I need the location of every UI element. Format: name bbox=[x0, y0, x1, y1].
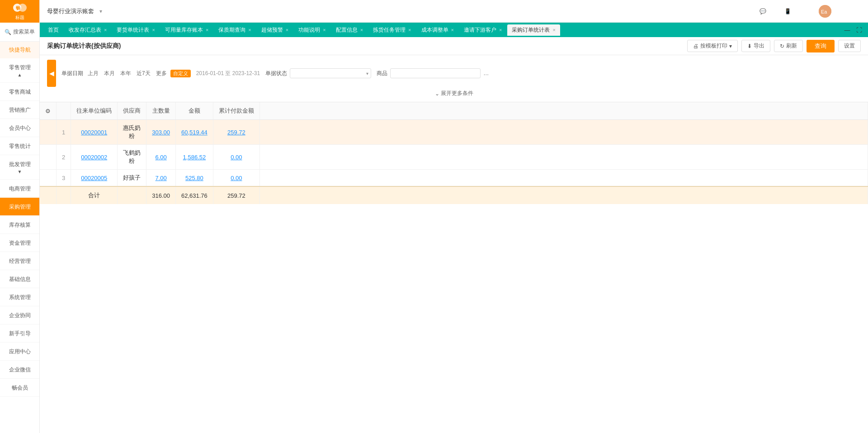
row-settings-cell bbox=[40, 120, 57, 145]
sidebar-nav-item-enterprise-collab[interactable]: 企业协同 bbox=[0, 306, 39, 324]
th-settings: ⚙ bbox=[40, 102, 57, 120]
quick-nav-button[interactable]: 快捷导航 bbox=[0, 42, 39, 58]
tab-close-icon[interactable]: × bbox=[360, 27, 363, 33]
tab-close-icon[interactable]: × bbox=[499, 27, 502, 33]
footer-label-cell: 合计 bbox=[71, 186, 118, 204]
goods-input[interactable] bbox=[390, 68, 481, 78]
date-btn-last-month[interactable]: 上月 bbox=[86, 69, 100, 78]
sidebar-nav-item-retail-stats[interactable]: 零售统计 bbox=[0, 137, 39, 155]
search-menu-button[interactable]: 🔍 搜索菜单 bbox=[3, 26, 37, 38]
date-btn-more[interactable]: 更多 bbox=[154, 69, 169, 78]
sidebar-nav-item-inventory[interactable]: 库存核算 bbox=[0, 216, 39, 234]
print-button[interactable]: 🖨 按模板打印 ▾ bbox=[687, 40, 738, 52]
maximize-button[interactable]: ⛶ bbox=[854, 24, 864, 35]
tab-picking-task[interactable]: 拣货任务管理 × bbox=[368, 24, 415, 36]
amount-cell[interactable]: 60,519.44 bbox=[176, 120, 213, 145]
date-btn-7days[interactable]: 近7天 bbox=[135, 69, 152, 78]
sidebar-nav-item-new-guide[interactable]: 新手引导 bbox=[0, 324, 39, 343]
date-btn-this-year[interactable]: 本年 bbox=[118, 69, 133, 78]
tab-overstock[interactable]: 超储预警 × bbox=[257, 24, 293, 36]
page-header-bar: 采购订单统计表(按供应商) 🖨 按模板打印 ▾ ⬇ 导出 ↻ 刷新 查询 设置 bbox=[40, 37, 868, 55]
avatar[interactable]: Ea bbox=[819, 5, 831, 18]
main-qty-cell[interactable]: 303.00 bbox=[146, 120, 176, 145]
extra-cell bbox=[259, 170, 868, 187]
data-table: ⚙ 往来单位编码 供应商 主数量 金额 累计付款金额 1 00020001 惠氏… bbox=[40, 102, 868, 204]
tab-close-icon[interactable]: × bbox=[206, 27, 208, 33]
settings-button[interactable]: 设置 bbox=[838, 40, 861, 52]
supplier-code-cell[interactable]: 00020001 bbox=[71, 120, 118, 145]
tab-inventory-ledger[interactable]: 可用量库存账本 × bbox=[160, 24, 213, 36]
print-icon: 🖨 bbox=[693, 43, 698, 49]
tab-goods-stats[interactable]: 要货单统计表 × bbox=[112, 24, 159, 36]
amount-cell[interactable]: 1,586.52 bbox=[176, 145, 213, 170]
sidebar-nav-item-basic-info[interactable]: 基础信息 bbox=[0, 270, 39, 288]
sidebar-nav-item-retail-mgmt[interactable]: 零售管理 ▲ bbox=[0, 58, 39, 83]
tab-close-icon[interactable]: × bbox=[408, 27, 411, 33]
collapse-filter-button[interactable]: ◀ bbox=[47, 60, 56, 87]
message-button[interactable]: 💬 消息 bbox=[760, 7, 779, 15]
sidebar-logo: 畅 标题 bbox=[0, 0, 39, 23]
paid-amount-cell[interactable]: 0.00 bbox=[213, 170, 259, 187]
tab-function-desc[interactable]: 功能说明 × bbox=[294, 24, 330, 36]
logo-text: 标题 bbox=[15, 14, 24, 21]
tab-home[interactable]: 首页 bbox=[43, 24, 63, 36]
sidebar-nav-item-marketing[interactable]: 营销推广 bbox=[0, 101, 39, 119]
goods-label: 商品 bbox=[377, 70, 387, 77]
paid-amount-cell[interactable]: 0.00 bbox=[213, 145, 259, 170]
workspace-selector[interactable]: 母婴行业演示账套 ▾ bbox=[47, 7, 102, 15]
sidebar-nav-item-ecommerce[interactable]: 电商管理 bbox=[0, 180, 39, 198]
tab-close-icon[interactable]: × bbox=[286, 27, 288, 33]
username-label[interactable]: demo2 bbox=[837, 8, 854, 14]
app-download-button[interactable]: 📱 App下载 bbox=[784, 7, 813, 15]
expand-more-button[interactable]: ⌄ 展开更多条件 bbox=[435, 90, 473, 97]
footer-empty-2 bbox=[57, 186, 71, 204]
table-row[interactable]: 2 00020002 飞鹤奶粉 6.00 1,586.52 0.00 bbox=[40, 145, 868, 170]
status-select-wrap: ▾ bbox=[290, 68, 371, 78]
tab-close-icon[interactable]: × bbox=[104, 27, 107, 33]
sidebar: 畅 标题 🔍 搜索菜单 快捷导航 零售管理 ▲ 零售商城 营销推广 会员中心 零… bbox=[0, 0, 40, 433]
date-range-text: 2016-01-01 至 2023-12-31 bbox=[196, 70, 260, 77]
tab-purchase-stats[interactable]: 采购订单统计表 × bbox=[507, 24, 560, 36]
goods-more-button[interactable]: … bbox=[483, 70, 489, 76]
gear-icon[interactable]: ⚙ bbox=[45, 108, 51, 114]
main-qty-cell[interactable]: 6.00 bbox=[146, 145, 176, 170]
footer-amount-cell: 62,631.76 bbox=[176, 186, 213, 204]
tab-close-icon[interactable]: × bbox=[152, 27, 155, 33]
sidebar-nav-item-retail-shop[interactable]: 零售商城 bbox=[0, 83, 39, 101]
supplier-name-cell: 飞鹤奶粉 bbox=[118, 145, 146, 170]
date-btn-this-month[interactable]: 本月 bbox=[102, 69, 117, 78]
sidebar-nav-item-enterprise-wechat[interactable]: 企业微信 bbox=[0, 361, 39, 379]
tab-close-icon[interactable]: × bbox=[552, 27, 555, 33]
date-custom-badge[interactable]: 自定义 bbox=[170, 70, 191, 77]
th-main-qty: 主数量 bbox=[146, 102, 176, 120]
tab-close-icon[interactable]: × bbox=[248, 27, 251, 33]
minimize-button[interactable]: — bbox=[842, 24, 853, 35]
tab-receive-summary[interactable]: 收发存汇总表 × bbox=[64, 24, 111, 36]
sidebar-nav-item-system[interactable]: 系统管理 bbox=[0, 288, 39, 306]
sidebar-nav-item-app-center[interactable]: 应用中心 bbox=[0, 343, 39, 361]
table-row[interactable]: 1 00020001 惠氏奶粉 303.00 60,519.44 259.72 bbox=[40, 120, 868, 145]
tab-config-info[interactable]: 配置信息 × bbox=[331, 24, 368, 36]
supplier-code-cell[interactable]: 00020002 bbox=[71, 145, 118, 170]
status-select[interactable] bbox=[290, 68, 371, 78]
sidebar-nav-item-finance[interactable]: 资金管理 bbox=[0, 234, 39, 252]
query-button[interactable]: 查询 bbox=[807, 40, 835, 52]
tab-warranty[interactable]: 保质期查询 × bbox=[214, 24, 255, 36]
row-num-cell: 1 bbox=[57, 120, 71, 145]
tab-close-icon[interactable]: × bbox=[451, 27, 454, 33]
paid-amount-cell[interactable]: 259.72 bbox=[213, 120, 259, 145]
sidebar-nav-item-operations[interactable]: 经营管理 bbox=[0, 252, 39, 270]
sidebar-nav-item-wholesale[interactable]: 批发管理 ▼ bbox=[0, 155, 39, 180]
export-button[interactable]: ⬇ 导出 bbox=[741, 40, 770, 52]
sidebar-nav-item-purchase[interactable]: 采购管理 bbox=[0, 198, 39, 216]
table-row[interactable]: 3 00020005 好孩子 7.00 525.80 0.00 bbox=[40, 170, 868, 187]
amount-cell[interactable]: 525.80 bbox=[176, 170, 213, 187]
main-qty-cell[interactable]: 7.00 bbox=[146, 170, 176, 187]
refresh-button[interactable]: ↻ 刷新 bbox=[774, 40, 803, 52]
tab-close-icon[interactable]: × bbox=[323, 27, 326, 33]
tab-cost-adjust[interactable]: 成本调整单 × bbox=[417, 24, 458, 36]
sidebar-nav-item-member[interactable]: 会员中心 bbox=[0, 119, 39, 137]
tab-invite-downstream[interactable]: 邀请下游客户 × bbox=[459, 24, 506, 36]
sidebar-nav-item-vip[interactable]: 畅会员 bbox=[0, 379, 39, 397]
supplier-code-cell[interactable]: 00020005 bbox=[71, 170, 118, 187]
